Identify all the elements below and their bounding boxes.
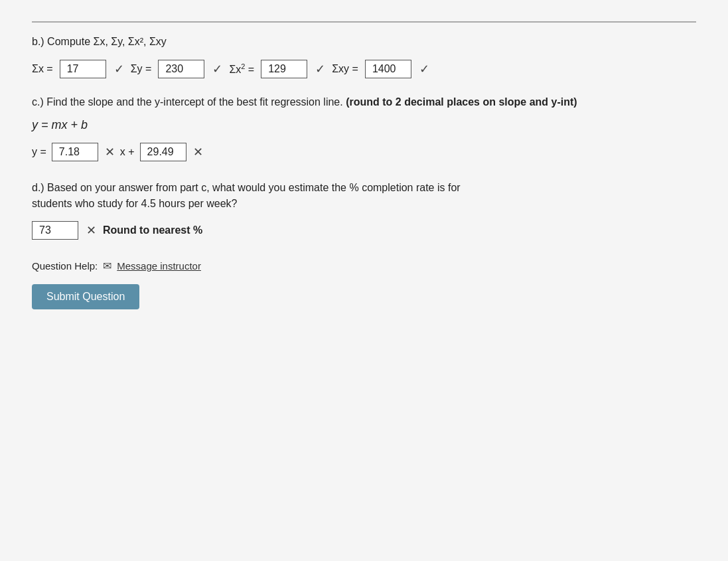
question-help-row: Question Help: ✉ Message instructor [32,260,696,272]
intercept-input[interactable]: 29.49 [140,143,186,161]
y-eq-label: y = [32,146,46,158]
sigma-x2-label: Σx2 = [229,62,254,76]
sigma-y-input[interactable]: 230 [158,60,204,78]
sigma-x-input[interactable]: 17 [60,60,106,78]
top-divider [32,21,696,23]
sigma-x2-check-icon: ✓ [315,62,325,76]
sigma-y-label: Σy = [131,63,152,75]
section-b-label: b.) Compute Σx, Σy, Σx², Σxy [32,36,696,48]
section-c-label: c.) Find the slope and the y-intercept o… [32,94,696,110]
sigma-x-check-icon: ✓ [114,62,124,76]
sigma-xy-check-icon: ✓ [419,62,429,76]
slope-x-icon: ✕ [105,145,115,159]
question-help-prefix: Question Help: [32,260,98,272]
sums-row: Σx = 17 ✓ Σy = 230 ✓ Σx2 = 129 ✓ Σxy = 1… [32,60,696,78]
envelope-icon: ✉ [103,260,111,272]
intercept-x-icon: ✕ [193,145,203,159]
slope-input[interactable]: 7.18 [52,143,98,161]
formula-display: y = mx + b [32,118,696,132]
section-d-text: d.) Based on your answer from part c, wh… [32,180,696,212]
sigma-x-label: Σx = [32,63,53,75]
submit-button[interactable]: Submit Question [32,284,139,309]
completion-rate-input[interactable]: 73 [32,221,78,240]
sigma-xy-input[interactable]: 1400 [365,60,411,78]
x-plus-label: x + [120,146,135,158]
section-c: c.) Find the slope and the y-intercept o… [32,94,696,161]
message-instructor-link[interactable]: Message instructor [117,260,201,272]
sigma-xy-label: Σxy = [332,63,358,75]
sigma-x2-input[interactable]: 129 [261,60,307,78]
main-card: b.) Compute Σx, Σy, Σx², Σxy Σx = 17 ✓ Σ… [0,0,728,561]
section-d: d.) Based on your answer from part c, wh… [32,180,696,240]
section-c-bold: (round to 2 decimal places on slope and … [346,96,577,108]
y-equation-row: y = 7.18 ✕ x + 29.49 ✕ [32,143,696,161]
sigma-y-check-icon: ✓ [212,62,222,76]
round-row: 73 ✕ Round to nearest % [32,221,696,240]
round-label: Round to nearest % [103,224,202,236]
completion-x-icon: ✕ [86,223,96,238]
